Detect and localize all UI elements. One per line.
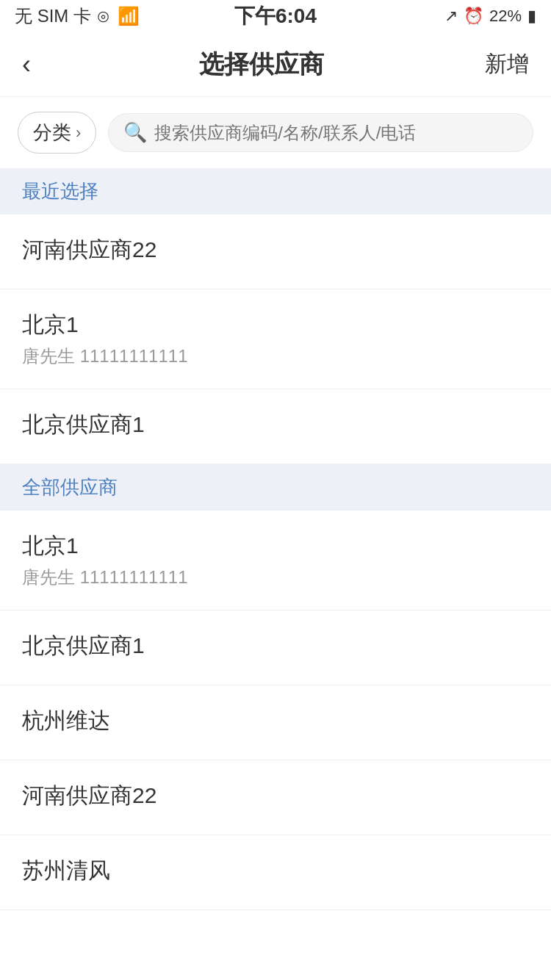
- item-name: 北京供应商1: [22, 410, 529, 440]
- list-item[interactable]: 河南供应商22: [0, 760, 551, 835]
- item-sub: 唐先生 11111111111: [22, 566, 529, 589]
- location-icon: ↗: [444, 7, 458, 26]
- search-input-wrap[interactable]: 🔍: [108, 113, 533, 152]
- status-bar: 无 SIM 卡 ⊙ 📶 下午6:04 ↗ ⏰ 22% ▮: [0, 0, 551, 32]
- search-input[interactable]: [154, 123, 518, 143]
- list-item[interactable]: 北京1唐先生 11111111111: [0, 289, 551, 389]
- wifi-icon: 📶: [118, 6, 140, 26]
- item-name: 杭州维达: [22, 706, 529, 736]
- recent-section-label: 最近选择: [22, 180, 98, 202]
- item-name: 北京1: [22, 531, 529, 561]
- battery-text: 22%: [489, 7, 522, 26]
- status-left: 无 SIM 卡 ⊙ 📶: [15, 4, 140, 28]
- search-icon: 🔍: [123, 121, 147, 144]
- search-bar: 分类 › 🔍: [0, 97, 551, 168]
- item-name: 河南供应商22: [22, 781, 529, 811]
- status-time: 下午6:04: [234, 2, 317, 30]
- all-items-list: 北京1唐先生 11111111111北京供应商1杭州维达河南供应商22苏州清风: [0, 511, 551, 910]
- recent-items-list: 河南供应商22北京1唐先生 11111111111北京供应商1: [0, 215, 551, 464]
- item-sub: 唐先生 11111111111: [22, 345, 529, 368]
- item-name: 北京供应商1: [22, 631, 529, 661]
- category-label: 分类: [33, 120, 71, 145]
- battery-icon: ▮: [527, 7, 536, 26]
- no-sim-text: 无 SIM 卡 ⊙: [15, 4, 110, 28]
- back-button[interactable]: ‹: [15, 42, 38, 87]
- add-button[interactable]: 新增: [485, 49, 529, 79]
- list-item[interactable]: 苏州清风: [0, 835, 551, 910]
- category-button[interactable]: 分类 ›: [18, 112, 96, 154]
- item-name: 苏州清风: [22, 856, 529, 886]
- all-section-label: 全部供应商: [22, 476, 118, 498]
- list-item[interactable]: 河南供应商22: [0, 215, 551, 289]
- list-item[interactable]: 北京1唐先生 11111111111: [0, 511, 551, 610]
- list-item[interactable]: 北京供应商1: [0, 610, 551, 685]
- nav-bar: ‹ 选择供应商 新增: [0, 32, 551, 97]
- recent-section-header: 最近选择: [0, 168, 551, 215]
- status-right: ↗ ⏰ 22% ▮: [444, 7, 536, 26]
- item-name: 北京1: [22, 310, 529, 340]
- page-title: 选择供应商: [199, 48, 324, 82]
- all-section-header: 全部供应商: [0, 464, 551, 511]
- list-item[interactable]: 杭州维达: [0, 685, 551, 760]
- chevron-right-icon: ›: [76, 123, 81, 143]
- list-item[interactable]: 北京供应商1: [0, 389, 551, 464]
- item-name: 河南供应商22: [22, 235, 529, 265]
- alarm-icon: ⏰: [464, 7, 483, 26]
